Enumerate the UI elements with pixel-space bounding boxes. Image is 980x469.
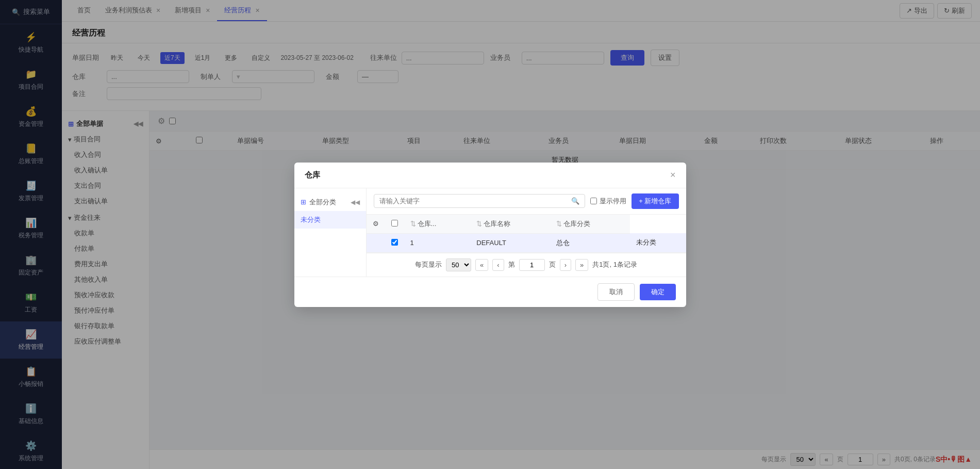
cancel-button[interactable]: 取消 [597, 283, 635, 301]
modal-row-category: 未分类 [630, 233, 686, 252]
modal-search-icon: 🔍 [571, 197, 579, 205]
modal-row-checkbox [385, 233, 404, 252]
show-disabled-checkbox[interactable] [590, 198, 597, 204]
modal-row-code: DEFAULT [470, 233, 550, 252]
sort-icon-category: ⇅ [556, 220, 562, 228]
sort-icon-name: ⇅ [476, 220, 482, 228]
modal-th-checkbox [385, 215, 404, 234]
modal-per-page-label: 每页显示 [415, 260, 442, 269]
modal-col-settings-icon[interactable]: ⚙ [373, 220, 379, 228]
modal-row-num: 1 [404, 233, 471, 252]
sort-icon-code: ⇅ [410, 220, 416, 228]
modal-overlay[interactable]: 仓库 × ⊞ 全部分类 ◀◀ 未分类 [0, 0, 980, 469]
modal-last-btn[interactable]: » [575, 259, 588, 271]
modal-row-check[interactable] [391, 239, 398, 246]
modal-row-settings [367, 233, 385, 252]
modal-total-text: 共1页, 1条记录 [592, 260, 637, 269]
confirm-button[interactable]: 确定 [640, 284, 676, 300]
grid-icon-modal: ⊞ [301, 198, 306, 206]
modal-row-name: 总仓 [550, 233, 630, 252]
modal-footer: 取消 确定 [294, 277, 686, 307]
modal-page-input[interactable] [519, 259, 545, 271]
modal-page-suffix: 页 [549, 260, 556, 269]
modal-th-settings: ⚙ [367, 215, 385, 234]
modal-sidebar-collapse-btn[interactable]: ◀◀ [351, 199, 360, 206]
modal-toolbar: 🔍 显示停用 + 新增仓库 [367, 188, 686, 215]
modal-header: 仓库 × [294, 163, 686, 188]
add-warehouse-button[interactable]: + 新增仓库 [632, 193, 678, 209]
modal-sidebar-all-label: 全部分类 [309, 198, 336, 207]
modal-close-button[interactable]: × [670, 170, 676, 181]
modal-table-area: ⚙ ⇅ 仓库... ⇅ [367, 215, 686, 253]
modal-main: 🔍 显示停用 + 新增仓库 ⚙ [367, 188, 686, 277]
modal-header-checkbox[interactable] [391, 220, 398, 227]
modal-table: ⚙ ⇅ 仓库... ⇅ [367, 215, 686, 253]
modal-search-box[interactable]: 🔍 [374, 194, 586, 208]
modal-sidebar: ⊞ 全部分类 ◀◀ 未分类 [294, 188, 367, 277]
modal-th-category: ⇅ 仓库分类 [550, 215, 630, 234]
show-disabled-label[interactable]: 显示停用 [590, 197, 626, 206]
table-row[interactable]: 1 DEFAULT 总仓 未分类 [367, 233, 686, 252]
modal-sidebar-unclassified[interactable]: 未分类 [294, 211, 366, 229]
modal-title: 仓库 [305, 170, 320, 180]
modal-sidebar-header: ⊞ 全部分类 ◀◀ [294, 193, 366, 211]
modal-search-input[interactable] [379, 197, 569, 205]
modal-th-code: ⇅ 仓库... [404, 215, 471, 234]
modal-th-name: ⇅ 仓库名称 [470, 215, 550, 234]
warehouse-modal: 仓库 × ⊞ 全部分类 ◀◀ 未分类 [294, 163, 686, 307]
modal-prev-btn[interactable]: ‹ [492, 259, 504, 271]
modal-pagination: 每页显示 50 « ‹ 第 页 › » 共1页, 1条记录 [367, 253, 686, 277]
modal-first-btn[interactable]: « [475, 259, 488, 271]
modal-page-label: 第 [508, 260, 515, 269]
modal-next-btn[interactable]: › [560, 259, 571, 271]
modal-per-page-select[interactable]: 50 [446, 258, 471, 271]
modal-body: ⊞ 全部分类 ◀◀ 未分类 🔍 显示停用 [294, 188, 686, 277]
